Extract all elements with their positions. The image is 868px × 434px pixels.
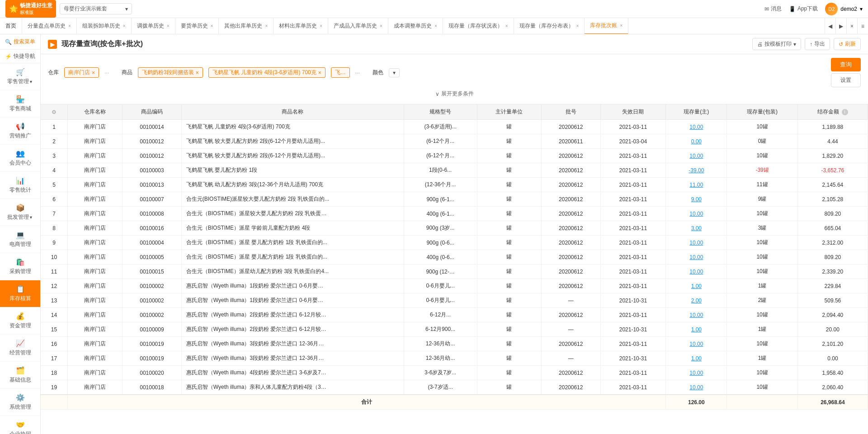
row-qty-main[interactable]: 3.00 xyxy=(666,221,727,236)
workspace-selector[interactable]: 母婴行业演示账套 ▾ xyxy=(60,3,132,14)
warehouse-filter-tag[interactable]: 南岸门店 × xyxy=(64,67,99,78)
goods-filter-tag3[interactable]: 飞… xyxy=(331,67,350,78)
row-qty-main[interactable]: 10.00 xyxy=(666,337,727,351)
row-qty-pkg: 10罐 xyxy=(727,380,797,395)
sidebar-item-retail-shop[interactable]: 🏪 零售商城 xyxy=(0,90,40,118)
tab-stock-dist[interactable]: 现存量（库存分布表） × xyxy=(514,18,585,34)
sidebar-item-system[interactable]: ⚙️ 系统管理 xyxy=(0,389,40,416)
sidebar-quick-nav[interactable]: ⚡ 快捷导航 xyxy=(0,50,40,63)
tab-cost-adj[interactable]: 成本调整单历史 × xyxy=(388,18,443,34)
row-qty-main[interactable]: 10.00 xyxy=(666,207,727,221)
row-amount: 0.00 xyxy=(797,351,868,366)
row-qty-main[interactable]: -39.00 xyxy=(666,163,727,178)
goods-more-dots[interactable]: ··· xyxy=(355,70,360,76)
tab-require[interactable]: 要货单历史 × xyxy=(175,18,219,34)
sidebar-item-retail-shop-label: 零售商城 xyxy=(9,105,31,113)
tab-require-close[interactable]: × xyxy=(211,24,213,28)
tab-split-close[interactable]: × xyxy=(68,24,71,28)
settings-btn[interactable]: 设置 xyxy=(831,73,861,87)
sidebar-item-operations[interactable]: 📈 经营管理 xyxy=(0,335,40,362)
color-expand-btn[interactable]: ▾ xyxy=(389,68,400,77)
row-qty-main[interactable]: 1.00 xyxy=(666,351,727,366)
filter-expand-row[interactable]: ∨ 展开更多条件 xyxy=(48,87,861,100)
tab-product-in-close[interactable]: × xyxy=(380,24,382,28)
tab-material-out-close[interactable]: × xyxy=(320,24,322,28)
row-code: 00100002 xyxy=(123,279,182,293)
goods-tag2-remove[interactable]: × xyxy=(318,70,321,76)
sidebar-search[interactable]: 🔍 搜索菜单 xyxy=(0,34,40,50)
tab-product-in[interactable]: 产成品入库单历史 × xyxy=(328,18,388,34)
table-row: 10 南岸门店 00100005 合生元（BIOSTIME）派星 婴儿配方奶粉 … xyxy=(41,250,868,264)
tab-other-out[interactable]: 其他出库单历史 × xyxy=(219,18,274,34)
app-download-btn[interactable]: 📱 App下载 xyxy=(789,5,818,13)
print-btn[interactable]: 🖨 按模板打印 ▾ xyxy=(752,38,801,50)
tab-combo[interactable]: 组装拆卸单历史 × xyxy=(77,18,132,34)
row-qty-main[interactable]: 10.00 xyxy=(666,149,727,163)
refresh-btn[interactable]: ↺ 刷新 xyxy=(834,38,861,50)
row-qty-main[interactable]: 10.00 xyxy=(666,120,727,134)
tab-stock-dist-close[interactable]: × xyxy=(576,24,579,28)
row-qty-main[interactable]: 10.00 xyxy=(666,250,727,264)
row-no: 7 xyxy=(41,207,67,221)
sidebar-item-basics[interactable]: 🗂️ 基础信息 xyxy=(0,362,40,389)
row-qty-pkg: 1罐 xyxy=(727,322,797,337)
row-qty-main[interactable]: 1.00 xyxy=(666,322,727,337)
sidebar-item-member[interactable]: 👥 会员中心 xyxy=(0,145,40,172)
sidebar-item-finance[interactable]: 💰 资金管理 xyxy=(0,307,40,335)
row-qty-main[interactable]: 0.00 xyxy=(666,134,727,149)
tab-batch-voucher[interactable]: 库存批次账 × xyxy=(585,18,628,34)
tab-cost-adj-close[interactable]: × xyxy=(434,24,437,28)
sidebar-item-retail-stats[interactable]: 📊 零售统计 xyxy=(0,172,40,199)
amount-info-icon[interactable]: i xyxy=(842,109,848,115)
export-btn[interactable]: ↑ 导出 xyxy=(805,38,830,50)
goods-filter-tag1[interactable]: 飞鹤奶粉3段同捆搭装 × xyxy=(138,67,203,78)
goods-tag1-remove[interactable]: × xyxy=(196,70,199,76)
tab-pick-close[interactable]: × xyxy=(167,24,170,28)
goods-filter-tag2[interactable]: 飞鹤星飞帆 儿童奶粉 4段(3-6岁适用) 700克 × xyxy=(208,67,326,78)
row-qty-main[interactable]: 2.00 xyxy=(666,293,727,308)
tab-split[interactable]: 分量盘点单历史 × xyxy=(22,18,77,34)
row-unit: 罐 xyxy=(477,337,541,351)
sidebar-item-retail[interactable]: 🛒 零售管理 ▼ xyxy=(0,63,40,90)
warehouse-tag-remove[interactable]: × xyxy=(92,70,95,76)
row-qty-main[interactable]: 10.00 xyxy=(666,308,727,322)
tab-material-out[interactable]: 材料出库单历史 × xyxy=(274,18,328,34)
tab-batch-voucher-close[interactable]: × xyxy=(620,23,623,28)
query-btn[interactable]: 查询 xyxy=(831,58,861,71)
row-expire: 2021-03-11 xyxy=(600,207,666,221)
wholesale-arrow-icon: ▼ xyxy=(29,215,33,220)
sidebar-item-member-label: 会员中心 xyxy=(9,159,31,167)
tab-other-out-close[interactable]: × xyxy=(265,24,268,28)
tab-prev-btn[interactable]: ◀ xyxy=(825,18,835,34)
row-qty-main[interactable]: 10.00 xyxy=(666,236,727,250)
row-name: 惠氏启智（Wyeth illuma）4段奶粉 爱尔兰进口 3-6岁及7… xyxy=(181,366,404,380)
row-qty-main[interactable]: 1.00 xyxy=(666,279,727,293)
tab-close-all-btn[interactable]: × xyxy=(846,18,857,34)
tab-menu-btn[interactable]: ≡ xyxy=(857,18,868,34)
row-qty-main[interactable]: 9.00 xyxy=(666,192,727,207)
tab-stock-status[interactable]: 现存量（库存状况表） × xyxy=(443,18,514,34)
user-avatar-area[interactable]: D2 demo2 ▾ xyxy=(825,3,863,15)
row-qty-main[interactable]: 10.00 xyxy=(666,366,727,380)
row-qty-main[interactable]: 10.00 xyxy=(666,380,727,395)
tab-home[interactable]: 首页 xyxy=(0,18,22,34)
sidebar-item-inventory[interactable]: 📋 库存核算 xyxy=(0,280,40,307)
sidebar-item-marketing[interactable]: 📢 营销推广 xyxy=(0,118,40,145)
sidebar-item-enterprise[interactable]: 🤝 企业协同 xyxy=(0,416,40,434)
col-setting[interactable]: ⚙ xyxy=(41,104,67,120)
expand-sidebar-btn[interactable]: ▶ xyxy=(48,40,57,49)
message-btn[interactable]: ✉ 消息 xyxy=(764,5,782,13)
tab-stock-status-close[interactable]: × xyxy=(505,24,508,28)
tab-combo-close[interactable]: × xyxy=(123,24,126,28)
row-qty-main[interactable]: 11.00 xyxy=(666,178,727,192)
sidebar-item-basics-label: 基础信息 xyxy=(9,376,31,384)
sidebar-item-wholesale[interactable]: 📦 批发管理 ▼ xyxy=(0,199,40,226)
tab-pick[interactable]: 调拨单历史 × xyxy=(132,18,175,34)
row-spec: 900g (3岁... xyxy=(404,221,477,236)
warehouse-more-dots[interactable]: ··· xyxy=(104,70,109,76)
row-warehouse: 南岸门店 xyxy=(67,279,122,293)
tab-next-btn[interactable]: ▶ xyxy=(835,18,846,34)
row-qty-main[interactable]: 10.00 xyxy=(666,264,727,279)
sidebar-item-purchase[interactable]: 🛍️ 采购管理 xyxy=(0,253,40,280)
sidebar-item-ecommerce[interactable]: 💻 电商管理 xyxy=(0,226,40,253)
